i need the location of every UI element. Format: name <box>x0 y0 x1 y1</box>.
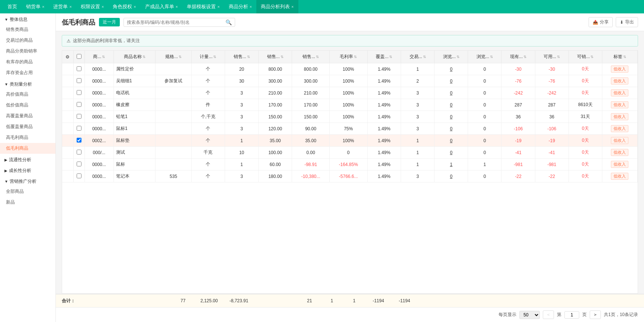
search-input[interactable] <box>127 20 225 25</box>
cell-browse1[interactable]: 0 <box>435 170 468 182</box>
cell-sellable: 0天 <box>568 135 602 147</box>
sidebar-item-stock-capital[interactable]: 库存资金占用 <box>0 67 55 78</box>
cell-settings <box>62 75 73 87</box>
sidebar-group-liquidity[interactable]: ▶ 流通性分析 <box>0 154 55 165</box>
nav-product-analysis[interactable]: 商品分析× <box>224 0 256 13</box>
next-page-button[interactable]: ＞ <box>590 310 601 319</box>
cell-checkbox[interactable] <box>73 123 84 135</box>
sidebar-group-growth[interactable]: ▶ 成长性分析 <box>0 165 55 175</box>
nav-home[interactable]: 首页 <box>3 0 22 13</box>
close-template-icon[interactable]: × <box>217 4 220 9</box>
cell-browse1[interactable]: 0 <box>435 135 468 147</box>
sidebar-item-category-rate[interactable]: 商品分类助销率 <box>0 46 55 57</box>
cell-browse1[interactable]: 0 <box>435 123 468 135</box>
sidebar-item-sales-products[interactable]: 销售类商品 <box>0 24 55 35</box>
col-unit[interactable]: 计量...⇅ <box>191 51 225 63</box>
cell-transaction: 1 <box>401 147 435 159</box>
cell-checkbox[interactable] <box>73 87 84 99</box>
row-checkbox-2[interactable] <box>77 90 81 95</box>
row-checkbox-6[interactable] <box>77 138 81 143</box>
period-button[interactable]: 近一月 <box>99 18 120 26</box>
cell-unit: 个,千克 <box>191 111 225 123</box>
close-analysis-list-icon[interactable]: × <box>291 4 294 9</box>
select-all-checkbox[interactable] <box>77 54 81 59</box>
col-sale-price[interactable]: 销售...⇅ <box>259 51 292 63</box>
nav-product-entry[interactable]: 产成品入库单× <box>141 0 182 13</box>
close-permissions-icon[interactable]: × <box>102 4 104 9</box>
nav-permissions[interactable]: 权限设置× <box>76 0 108 13</box>
cell-unit: 千克 <box>191 147 225 159</box>
col-browse1[interactable]: 浏览...⇅ <box>435 51 468 63</box>
nav-purchase[interactable]: 进货单× <box>49 0 76 13</box>
col-code[interactable]: 商...⇅ <box>84 51 114 63</box>
sidebar-item-high-coverage[interactable]: 高覆盖量商品 <box>0 111 55 121</box>
row-checkbox-8[interactable] <box>77 162 81 166</box>
sidebar-item-high-margin[interactable]: 高毛利商品 <box>0 132 55 143</box>
cell-browse1[interactable]: 1 <box>435 159 468 170</box>
cell-checkbox[interactable] <box>73 99 84 111</box>
cell-browse1[interactable]: 0 <box>435 63 468 75</box>
cell-checkbox[interactable] <box>73 135 84 147</box>
sidebar-item-in-stock[interactable]: 有库存的商品 <box>0 57 55 67</box>
nav-product-analysis-list[interactable]: 商品分析列表× <box>256 0 298 13</box>
cell-browse1[interactable]: 0 <box>435 147 468 159</box>
row-checkbox-0[interactable] <box>77 66 81 71</box>
cell-checkbox[interactable] <box>73 147 84 159</box>
per-page-select[interactable]: 50 100 200 <box>519 311 540 319</box>
cell-checkbox[interactable] <box>73 75 84 87</box>
sidebar-item-low-coverage[interactable]: 低覆盖量商品 <box>0 121 55 132</box>
page-input[interactable] <box>564 311 579 319</box>
cell-checkbox[interactable] <box>73 159 84 170</box>
sidebar-item-low-value[interactable]: 低价值商品 <box>0 100 55 111</box>
row-checkbox-3[interactable] <box>77 102 81 107</box>
col-spec[interactable]: 规格...⇅ <box>156 51 191 63</box>
cell-browse1[interactable]: 0 <box>435 111 468 123</box>
sidebar-item-high-value[interactable]: 高价值商品 <box>0 89 55 100</box>
sidebar-group-marketing[interactable]: ▼ 营销推广分析 <box>0 175 55 186</box>
row-checkbox-1[interactable] <box>77 78 81 83</box>
cell-name: 吴细细1 <box>114 75 156 87</box>
cell-checkbox[interactable] <box>73 111 84 123</box>
cell-checkbox[interactable] <box>73 63 84 75</box>
row-checkbox-5[interactable] <box>77 126 81 131</box>
col-current-stock[interactable]: 现有...⇅ <box>502 51 535 63</box>
col-browse2[interactable]: 浏览...⇅ <box>468 51 502 63</box>
row-checkbox-4[interactable] <box>77 114 81 119</box>
cell-sale-price: 300.00 <box>259 75 292 87</box>
share-button[interactable]: 📤 分享 <box>589 17 613 27</box>
col-name[interactable]: 商品名称⇅ <box>114 51 156 63</box>
col-coverage[interactable]: 覆盖...⇅ <box>367 51 401 63</box>
cell-browse1[interactable]: 0 <box>435 87 468 99</box>
close-role-icon[interactable]: × <box>134 4 136 9</box>
sidebar-item-new-products[interactable]: 新品 <box>0 197 55 208</box>
nav-role-auth[interactable]: 角色授权× <box>108 0 140 13</box>
sidebar-group-category[interactable]: ▼ 类别量分析 <box>0 78 55 89</box>
sidebar-group-overall[interactable]: ▼ 整体信息 <box>0 13 55 24</box>
nav-template[interactable]: 单据模板设置× <box>182 0 224 13</box>
row-checkbox-9[interactable] <box>77 173 81 178</box>
prev-page-button[interactable]: ＜ <box>543 310 554 319</box>
close-product-icon[interactable]: × <box>176 4 178 9</box>
col-tag[interactable]: 标签⇅ <box>602 51 637 63</box>
col-sale-amount[interactable]: 销售...⇅ <box>292 51 330 63</box>
export-button[interactable]: ⬇ 导出 <box>616 17 638 27</box>
sidebar-item-low-margin[interactable]: 低毛利商品 <box>0 143 55 154</box>
sidebar-item-traded-products[interactable]: 交易过的商品 <box>0 35 55 46</box>
col-transaction[interactable]: 交易...⇅ <box>401 51 435 63</box>
notice-bar: ⚠ 这部分商品的利润非常低，请关注 <box>62 35 638 47</box>
sidebar-item-all-products[interactable]: 全部商品 <box>0 186 55 197</box>
col-sale-qty[interactable]: 销售...⇅ <box>225 51 259 63</box>
col-available[interactable]: 可用...⇅ <box>535 51 568 63</box>
close-sales-icon[interactable]: × <box>42 4 44 9</box>
cell-sale-amount: 0.00 <box>292 147 330 159</box>
row-checkbox-7[interactable] <box>77 150 81 154</box>
cell-browse1[interactable]: 0 <box>435 75 468 87</box>
close-analysis-icon[interactable]: × <box>250 4 252 9</box>
col-gross-margin[interactable]: 毛利率⇅ <box>330 51 368 63</box>
close-purchase-icon[interactable]: × <box>69 4 71 9</box>
cell-browse1[interactable]: 0 <box>435 99 468 111</box>
nav-sales[interactable]: 销货单× <box>22 0 49 13</box>
col-sellable[interactable]: 可销...⇅ <box>568 51 602 63</box>
col-settings[interactable]: ⚙ <box>62 51 73 63</box>
cell-checkbox[interactable] <box>73 170 84 182</box>
